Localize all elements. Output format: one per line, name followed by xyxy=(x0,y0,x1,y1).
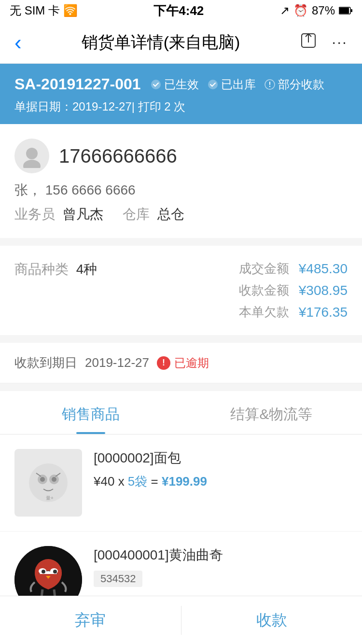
customer-avatar xyxy=(14,139,49,173)
nav-actions: ··· xyxy=(300,32,348,53)
svg-point-13 xyxy=(40,477,45,482)
tabs-container: 销售商品 结算&物流等 xyxy=(0,391,362,434)
debt-amount: 本单欠款 ¥176.35 xyxy=(239,304,348,321)
customer-phone: 17666666666 xyxy=(59,145,177,167)
status-partial-payment: 部分收款 xyxy=(265,77,324,92)
order-header: SA-20191227-001 已生效 已出库 部分收款 单据日期：2019-1… xyxy=(0,64,362,124)
status-shipped: 已出库 xyxy=(208,77,256,92)
product-name-1: [0000002]面包 xyxy=(94,449,348,467)
product-thumbnail-1: 量+ xyxy=(14,449,82,517)
svg-rect-1 xyxy=(339,8,349,14)
order-id: SA-20191227-001 xyxy=(14,75,141,93)
product-count: 商品种类 4种 xyxy=(14,260,97,279)
bottom-bar: 弃审 收款 xyxy=(0,596,362,644)
cancel-button[interactable]: 弃审 xyxy=(0,596,181,644)
due-date: 2019-12-27 xyxy=(85,355,149,370)
location-icon: ↗ xyxy=(280,4,290,17)
nav-bar: ‹ 销货单详情(来自电脑) ··· xyxy=(0,21,362,64)
tab-settlement-logistics[interactable]: 结算&物流等 xyxy=(181,391,362,434)
svg-point-14 xyxy=(52,477,56,482)
sales-info: 业务员 曾凡杰 xyxy=(14,205,103,224)
svg-point-4 xyxy=(151,80,161,89)
svg-point-7 xyxy=(269,85,270,86)
svg-point-21 xyxy=(53,570,57,574)
product-name-2: [000400001]黄油曲奇 xyxy=(94,546,348,564)
back-button[interactable]: ‹ xyxy=(14,30,22,55)
confirm-button[interactable]: 收款 xyxy=(181,596,362,644)
share-button[interactable] xyxy=(300,32,317,53)
stats-section: 商品种类 4种 成交金额 ¥485.30 收款金额 ¥308.95 本单欠款 ¥… xyxy=(0,246,362,335)
status-bar-left: 无 SIM 卡 🛜 xyxy=(10,3,78,18)
overdue-icon: ! xyxy=(157,356,170,370)
product-item: 量+ [0000002]面包 ¥40 x 5袋 = ¥199.99 xyxy=(0,434,362,532)
overdue-text: 已逾期 xyxy=(174,355,209,371)
order-date: 单据日期：2019-12-27| 打印 2 次 xyxy=(14,99,348,114)
svg-point-9 xyxy=(23,160,41,168)
customer-name-phone: 张， 156 6666 6666 xyxy=(14,181,348,199)
customer-meta: 业务员 曾凡杰 仓库 总仓 xyxy=(14,205,348,224)
product-price-1: ¥40 x 5袋 = ¥199.99 xyxy=(94,473,348,490)
overdue-badge: ! 已逾期 xyxy=(157,355,209,371)
svg-point-20 xyxy=(42,570,45,574)
svg-point-8 xyxy=(26,148,38,159)
tab-sales-products[interactable]: 销售商品 xyxy=(0,391,181,434)
status-activated: 已生效 xyxy=(151,77,199,92)
status-bar-right: ↗ ⏰ 87% xyxy=(280,4,352,17)
status-bar: 无 SIM 卡 🛜 下午4:42 ↗ ⏰ 87% xyxy=(0,0,362,21)
svg-rect-2 xyxy=(351,9,352,12)
receipt-amount: 收款金额 ¥308.95 xyxy=(239,282,348,299)
due-date-section: 收款到期日 2019-12-27 ! 已逾期 xyxy=(0,343,362,383)
svg-text:量+: 量+ xyxy=(46,495,54,501)
svg-point-5 xyxy=(208,80,218,89)
status-bar-time: 下午4:42 xyxy=(153,2,204,19)
battery-icon xyxy=(339,4,352,17)
financial-stats: 成交金额 ¥485.30 收款金额 ¥308.95 本单欠款 ¥176.35 xyxy=(239,260,348,321)
product-sku-2: 534532 xyxy=(94,571,142,587)
battery-level: 87% xyxy=(312,4,335,17)
warehouse-info: 仓库 总仓 xyxy=(123,205,184,224)
page-title: 销货单详情(来自电脑) xyxy=(82,31,240,54)
customer-section: 17666666666 张， 156 6666 6666 业务员 曾凡杰 仓库 … xyxy=(0,124,362,238)
more-button[interactable]: ··· xyxy=(332,33,348,51)
product-info-1: [0000002]面包 ¥40 x 5袋 = ¥199.99 xyxy=(94,449,348,490)
sim-status: 无 SIM 卡 🛜 xyxy=(10,3,78,18)
alarm-icon: ⏰ xyxy=(293,4,308,17)
transaction-amount: 成交金额 ¥485.30 xyxy=(239,260,348,277)
due-label: 收款到期日 xyxy=(14,354,77,371)
